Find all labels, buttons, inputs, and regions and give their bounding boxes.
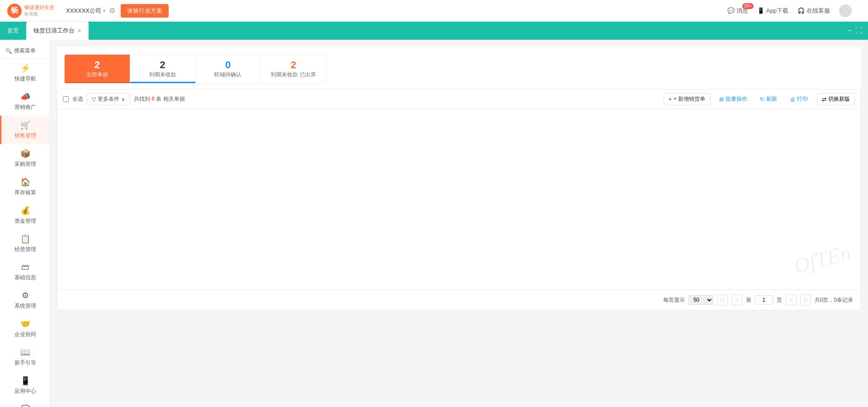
stat-shipped-label: 到期未收款 已出库 [268,71,319,79]
stat-tab-wangpu[interactable]: 0 旺铺待确认 [196,55,261,83]
service-icon: 🎧 [797,7,805,14]
page-label-end: 页 [777,296,782,304]
filter-chevron-icon: ∨ [121,96,125,103]
tab-workbench[interactable]: 钱货日清工作台 ✕ [26,22,89,40]
sidebar-search[interactable]: 🔍 搜索菜单 [0,43,49,59]
tab-underline [65,82,130,83]
topbar: 畅 畅捷通好生意 标准版 XXXXXX公司 ▾ ⚙ 体验行业方案 💬 消息 99… [0,0,868,22]
stat-overdue-label: 到期未收款 [137,71,188,79]
sidebar-item-sales[interactable]: 🛒 销售管理 [0,116,49,144]
print-label: 打印 [797,95,808,103]
page-number-input[interactable] [755,295,773,304]
sidebar-item-inventory[interactable]: 🏠 库存核算 [0,173,49,201]
tab-minimize-icon[interactable]: − [848,27,852,35]
app-icon: 📱 [757,7,764,14]
enterprise-icon: 🤝 [20,319,30,329]
sidebar: 🔍 搜索菜单 ⚡ 快捷导航 📣 营销推广 🛒 销售管理 📦 采购管理 🏠 库存核… [0,40,50,407]
switch-version-button[interactable]: ⇄ 切换新版 [817,93,855,105]
sidebar-item-label: 应用中心 [14,388,36,395]
sidebar-item-label: 企业协同 [14,331,36,338]
refresh-button[interactable]: ↻ 刷新 [756,94,781,105]
tab-controls: − ⛶ [848,27,868,35]
app-download-button[interactable]: 📱 App下载 [757,7,788,15]
sidebar-item-purchase[interactable]: 📦 采购管理 [0,144,49,173]
appstore-icon: 📱 [20,376,30,386]
prev-page-button[interactable]: ＜ [731,295,742,305]
sales-icon: 🛒 [20,120,30,130]
sidebar-item-label: 库存核算 [14,189,36,196]
print-icon: 🖨 [790,96,795,103]
toolbar: 全选 ▽ 更多条件 ∨ 共找到 0 条 相关单据 + + 新增 [57,89,861,109]
company-selector[interactable]: XXXXXX公司 ▾ [66,7,105,15]
purchase-icon: 📦 [20,149,30,159]
content-card: 2 全部单据 2 到期未收款 0 旺铺待确认 2 [57,47,861,310]
add-icon: + [669,96,672,103]
total-text: 共0页，0条记录 [815,296,853,304]
avatar[interactable] [839,5,852,17]
found-num: 0 [151,96,155,102]
per-page-label: 每页显示 [663,296,685,304]
sidebar-item-label: 基础信息 [14,274,36,281]
stat-shipped-num: 2 [268,59,319,71]
toolbar-right: + + 新增销货单 ⊞ 批量操作 ↻ 刷新 🖨 打印 [664,93,855,105]
sidebar-item-basics[interactable]: 🗃 基础信息 [0,258,49,286]
stat-all-num: 2 [72,59,123,71]
select-all-label: 全选 [72,95,83,103]
tab-close-icon[interactable]: ✕ [77,28,81,34]
add-order-button[interactable]: + + 新增销货单 [664,93,710,105]
stat-tab-shipped[interactable]: 2 到期未收款 已出库 [261,55,326,83]
message-button[interactable]: 💬 消息 99+ [727,7,748,15]
sidebar-item-quick-nav[interactable]: ⚡ 快捷导航 [0,59,49,87]
print-button[interactable]: 🖨 打印 [786,94,811,105]
app-label: App下载 [766,7,788,15]
first-page-button[interactable]: ⟨⟨ [717,295,728,305]
management-icon: 📋 [20,234,30,244]
stats-row: 2 全部单据 2 到期未收款 0 旺铺待确认 2 [57,47,861,84]
per-page-select[interactable]: 50 100 200 [689,295,713,305]
settings-gear-icon[interactable]: ⚙ [109,6,115,15]
layout: 🔍 搜索菜单 ⚡ 快捷导航 📣 营销推广 🛒 销售管理 📦 采购管理 🏠 库存核… [0,40,868,407]
pagination: 每页显示 50 100 200 ⟨⟨ ＜ 第 页 ＞ ⟩⟩ 共0页，0条记录 [57,290,861,310]
basics-icon: 🗃 [21,262,29,272]
sidebar-item-label: 系统管理 [14,302,36,310]
last-page-button[interactable]: ⟩⟩ [800,295,811,305]
refresh-icon: ↻ [760,96,764,103]
stat-all-label: 全部单据 [72,71,123,79]
online-service-button[interactable]: 🎧 在线客服 [797,7,830,15]
tab-maximize-icon[interactable]: ⛶ [855,27,863,35]
message-icon: 💬 [727,7,735,14]
inventory-icon: 🏠 [20,177,30,187]
sidebar-item-label: 销售管理 [14,132,36,140]
batch-icon: ⊞ [719,96,724,103]
trial-button[interactable]: 体验行业方案 [121,4,169,18]
sidebar-item-system[interactable]: ⚙ 系统管理 [0,286,49,314]
switch-icon: ⇄ [822,96,826,103]
tab-home[interactable]: 首页 [0,22,26,40]
stat-wangpu-num: 0 [203,59,254,71]
sidebar-item-guide[interactable]: 📖 新手引导 [0,343,49,371]
message-badge: 99+ [742,3,754,9]
search-icon: 🔍 [5,48,12,54]
sidebar-item-management[interactable]: 📋 经营管理 [0,229,49,258]
select-all-checkbox[interactable] [63,96,69,102]
toolbar-left: 全选 ▽ 更多条件 ∨ 共找到 0 条 相关单据 [63,93,658,105]
sidebar-item-label: 新手引导 [14,359,36,367]
stat-tab-overdue[interactable]: 2 到期未收款 [130,55,196,83]
stat-overdue-num: 2 [137,59,188,71]
filter-button[interactable]: ▽ 更多条件 ∨ [87,93,130,105]
page-label: 第 [746,296,751,304]
sidebar-item-marketing[interactable]: 📣 营销推广 [0,87,49,116]
add-label: + 新增销货单 [674,95,705,103]
filter-icon: ▽ [92,96,96,103]
next-page-button[interactable]: ＞ [786,295,797,305]
sidebar-item-enterprise[interactable]: 🤝 企业协同 [0,314,49,343]
finance-icon: 💰 [20,206,30,215]
sidebar-item-label: 资金管理 [14,217,36,225]
stat-tab-all[interactable]: 2 全部单据 [65,55,130,83]
logo: 畅 畅捷通好生意 标准版 [7,4,57,18]
sidebar-item-finance[interactable]: 💰 资金管理 [0,201,49,229]
sidebar-item-appstore[interactable]: 📱 应用中心 [0,371,49,400]
batch-operation-button[interactable]: ⊞ 批量操作 [716,94,751,105]
watermark: OfTEn [791,239,854,278]
sidebar-item-wecom[interactable]: 💬 企业微信 [0,400,49,407]
